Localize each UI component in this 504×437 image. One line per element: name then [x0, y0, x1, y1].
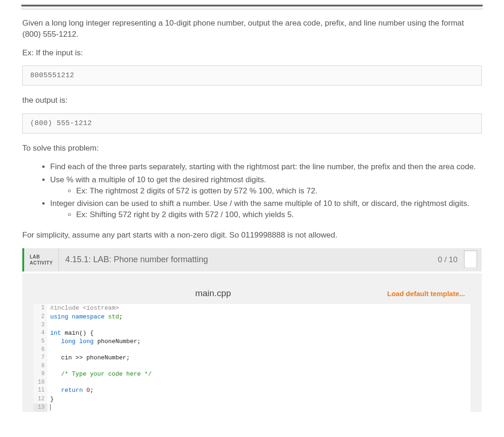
lab-title: 4.15.1: LAB: Phone number formatting [59, 248, 438, 271]
load-template-button[interactable]: Load default template... [387, 289, 465, 298]
code-line[interactable]: 1#include <iostream> [33, 304, 471, 312]
code-line[interactable]: 6 [33, 346, 471, 354]
hint-1: Find each of the three parts separately,… [50, 161, 482, 172]
example-output-label: the output is: [22, 95, 482, 106]
code-editor[interactable]: 1#include <iostream>2using namespace std… [33, 304, 471, 412]
simplicity-note: For simplicity, assume any part starts w… [22, 230, 482, 241]
code-line[interactable]: 8 [33, 362, 471, 370]
code-line[interactable]: 13 [33, 404, 471, 412]
code-line[interactable]: 11 return 0; [33, 386, 471, 395]
code-line[interactable]: 5 long long phoneNumber; [33, 338, 471, 346]
example-output-box: (800) 555-1212 [22, 113, 482, 133]
code-line[interactable]: 3 [33, 321, 471, 329]
example-input-box: 8005551212 [22, 66, 482, 86]
hint-2: Use % with a multiple of 10 to get the d… [50, 174, 482, 197]
code-line[interactable]: 12} [33, 395, 471, 404]
ribbon-icon [464, 251, 477, 267]
editor-panel: main.cpp Load default template... 1#incl… [22, 273, 482, 412]
problem-statement: Given a long long integer representing a… [22, 18, 482, 241]
code-line[interactable]: 2using namespace std; [33, 313, 471, 321]
lab-badge: LAB ACTIVITY [24, 248, 59, 271]
hint-list: Find each of the three parts separately,… [22, 161, 482, 220]
filename-label: main.cpp [39, 287, 387, 300]
lab-header: LAB ACTIVITY 4.15.1: LAB: Phone number f… [22, 248, 482, 271]
code-line[interactable]: 7 cin >> phoneNumber; [33, 354, 471, 362]
code-line[interactable]: 10 [33, 378, 471, 386]
code-line[interactable]: 9 /* Type your code here */ [33, 370, 471, 378]
intro-text: Given a long long integer representing a… [22, 18, 482, 40]
code-line[interactable]: 4int main() { [33, 329, 471, 338]
hint-3: Integer division can be used to shift a … [50, 198, 482, 220]
solve-label: To solve this problem: [22, 143, 482, 154]
top-divider [21, 5, 483, 9]
editor-header: main.cpp Load default template... [33, 283, 471, 305]
hint-3a: Ex: Shifting 572 right by 2 digits with … [76, 209, 482, 220]
example-input-label: Ex: If the input is: [22, 47, 482, 59]
lab-score: 0 / 10 [438, 248, 462, 271]
hint-2a: Ex: The rightmost 2 digits of 572 is got… [76, 185, 482, 197]
